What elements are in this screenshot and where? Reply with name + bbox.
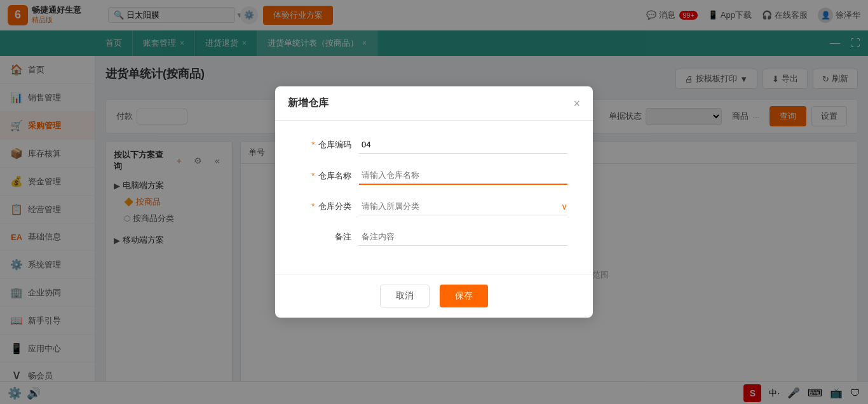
save-btn[interactable]: 保存	[440, 285, 488, 307]
remark-input[interactable]	[359, 228, 567, 246]
category-dropdown-icon[interactable]: ∨	[561, 201, 567, 212]
modal-title: 新增仓库	[288, 97, 329, 110]
warehouse-code-input[interactable]	[359, 136, 567, 154]
warehouse-name-input[interactable]	[359, 166, 567, 185]
form-row-remark: 备注	[301, 228, 567, 246]
cancel-btn[interactable]: 取消	[380, 285, 430, 307]
form-row-code: * 仓库编码	[301, 136, 567, 154]
category-select-wrap: ∨	[359, 198, 567, 215]
modal-footer: 取消 保存	[275, 274, 593, 318]
remark-label: 备注	[301, 231, 351, 243]
category-input[interactable]	[359, 198, 561, 215]
modal-header: 新增仓库 ×	[275, 86, 593, 121]
modal-body: * 仓库编码 * 仓库名称 * 仓库分类	[275, 121, 593, 274]
code-label: * 仓库编码	[301, 139, 351, 151]
name-label: * 仓库名称	[301, 170, 351, 182]
form-row-name: * 仓库名称	[301, 166, 567, 185]
category-label: * 仓库分类	[301, 201, 351, 212]
modal-overlay: 新增仓库 × * 仓库编码 * 仓库名称	[0, 0, 868, 404]
form-row-category: * 仓库分类 ∨	[301, 198, 567, 215]
modal-close-btn[interactable]: ×	[573, 98, 580, 109]
new-warehouse-modal: 新增仓库 × * 仓库编码 * 仓库名称	[275, 86, 593, 318]
